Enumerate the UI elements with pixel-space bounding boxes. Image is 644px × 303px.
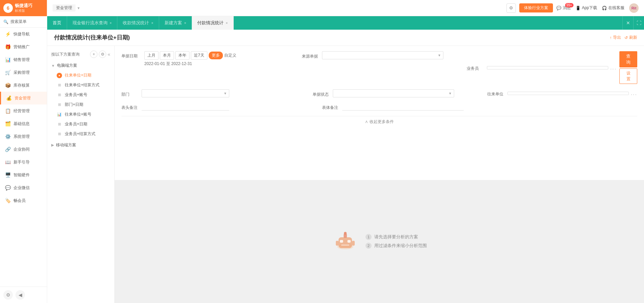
industry-button[interactable]: 体验行业方案 [519, 3, 553, 12]
sidebar-item-sales[interactable]: 📊 销售管理 [0, 53, 47, 66]
scheme-item-partner-settle[interactable]: ⊞ 往来单位+结算方式 [47, 80, 114, 90]
sidebar-item-label: 采购管理 [13, 70, 30, 75]
tab-receipt-stats-close[interactable]: × [151, 21, 153, 25]
sidebar-item-inventory[interactable]: 📦 库存核算 [0, 79, 47, 92]
tab-cash-flow-label: 现金银行流水查询 [72, 20, 108, 26]
messages-button[interactable]: 💬 消息 99+ [556, 5, 571, 11]
topbar-gear-button[interactable]: ⚙ [506, 3, 516, 13]
scheme-item-salesman-settle[interactable]: ⊞ 业务员+结算方式 [47, 129, 114, 139]
sidebar-item-label: 快捷导航 [13, 31, 30, 37]
tab-payment-stats[interactable]: 付款情况统计 × [192, 16, 233, 30]
scheme-item-salesman-account[interactable]: ⊞ 业务员+账号 [47, 90, 114, 100]
logo-icon: 6 [3, 3, 13, 13]
sidebar-item-label: 企业微信 [13, 185, 30, 191]
source-select[interactable]: ▾ [322, 51, 443, 59]
partner-more-button[interactable]: ... [631, 90, 637, 96]
scheme-item-partner-date[interactable]: ● 往来单位+日期 [47, 70, 114, 80]
messages-badge: 99+ [565, 3, 574, 7]
collapse-label: 收起更多条件 [370, 119, 394, 124]
collapse-icon: ∧ [365, 119, 368, 124]
tip-text-2: 用过滤条件来缩小分析范围 [374, 243, 427, 249]
salesman-select[interactable] [487, 66, 608, 69]
scheme-item-label-3: 部门+日期 [65, 102, 83, 108]
sidebar-item-quick-nav[interactable]: ⚡ 快捷导航 [0, 28, 47, 40]
app-download-button[interactable]: 📱 App下载 [576, 5, 597, 11]
settings-button[interactable]: 设置 [619, 68, 637, 84]
tab-payment-stats-close[interactable]: × [226, 21, 228, 25]
sidebar-item-label: 智能硬件 [13, 172, 30, 178]
filter-row-2: 部门 ▾ 单据状态 ▾ [121, 89, 637, 97]
date-7days[interactable]: 近7天 [191, 51, 207, 60]
tab-receipt-stats[interactable]: 收款情况统计 × [117, 16, 159, 30]
search-label: 搜索菜单 [10, 19, 27, 25]
app-icon: 📱 [576, 6, 581, 10]
salesman-filter-label: 业务员 [467, 64, 487, 71]
sidebar-item-purchase[interactable]: 🛒 采购管理 [0, 66, 47, 79]
salesman-filter: 业务员 ... 查询 设置 [467, 51, 637, 84]
scheme-desktop-group: ▼ 电脑端方案 ● 往来单位+日期 ⊞ 往来单位+结算方式 ⊞ 业务员+账号 [47, 61, 114, 139]
tab-new-plan-close[interactable]: × [184, 21, 186, 25]
window-maximize-button[interactable]: ⛶ [633, 16, 644, 30]
sidebar-item-capital[interactable]: 💰 资金管理 [0, 92, 47, 104]
tab-new-plan[interactable]: 新建方案 × [159, 16, 192, 30]
sidebar-item-wechat[interactable]: 💬 企业微信 [0, 181, 47, 194]
sidebar-nav: ⚡ 快捷导航 🎁 营销推广 📊 销售管理 🛒 采购管理 📦 库存核算 💰 资金管… [0, 28, 47, 286]
body-remark-label: 表体备注 [322, 103, 342, 111]
scheme-item-partner-account[interactable]: 📊 往来单位+账号 [47, 110, 114, 119]
refresh-button[interactable]: ↺ 刷新 [624, 35, 637, 40]
query-button[interactable]: 查询 [619, 51, 637, 67]
search-menu[interactable]: 🔍 搜索菜单 [0, 16, 47, 28]
sidebar-item-operations[interactable]: 📋 经营管理 [0, 104, 47, 117]
scheme-settings-button[interactable]: ⚙ [99, 51, 106, 58]
service-button[interactable]: 🎧 在线客服 [602, 5, 624, 11]
body-remark-input[interactable] [342, 103, 464, 111]
svg-rect-1 [339, 237, 352, 248]
tab-home[interactable]: 首页 [47, 16, 67, 30]
sidebar-item-guide[interactable]: 📖 新手引导 [0, 156, 47, 169]
scheme-item-salesman-date[interactable]: ⊞ 业务员+日期 [47, 119, 114, 129]
sidebar-item-label: 营销推广 [13, 44, 30, 50]
scheme-item-icon-4: 📊 [57, 112, 62, 117]
page-header: 付款情况统计(往来单位+日期) ↑ 导出 ↺ 刷新 [47, 30, 644, 46]
sidebar-item-enterprise[interactable]: 🔗 企业协同 [0, 143, 47, 156]
sidebar-item-marketing[interactable]: 🎁 营销推广 [0, 40, 47, 53]
breadcrumb-dropdown[interactable]: ▾ [78, 6, 80, 10]
sidebar-item-system[interactable]: ⚙️ 系统管理 [0, 130, 47, 143]
date-last-month[interactable]: 上月 [144, 51, 158, 60]
scheme-add-button[interactable]: + [90, 51, 97, 58]
date-this-year[interactable]: 本年 [175, 51, 189, 60]
partner-select[interactable] [507, 92, 629, 95]
scheme-group-header-mobile[interactable]: ▶ 移动端方案 [47, 140, 114, 150]
scheme-group-header-desktop[interactable]: ▼ 电脑端方案 [47, 61, 114, 70]
scheme-panel-title: 按以下方案查询 [51, 52, 80, 57]
empty-robot-icon [332, 228, 359, 255]
date-more[interactable]: 更多 [209, 52, 223, 59]
header-remark-input[interactable] [142, 103, 229, 111]
window-close-button[interactable]: ✕ [622, 16, 633, 30]
tab-home-label: 首页 [53, 20, 61, 26]
sidebar-item-basic[interactable]: 🗂️ 基础信息 [0, 117, 47, 130]
topbar-right: 💬 消息 99+ 📱 App下载 🎧 在线客服 Rit [556, 3, 639, 13]
export-button[interactable]: ↑ 导出 [610, 35, 621, 40]
scheme-collapse-button[interactable]: « [108, 52, 110, 57]
sidebar-settings-button[interactable]: ⚙ [3, 290, 13, 300]
service-icon: 🎧 [602, 6, 607, 10]
breadcrumb: 资金管理 ▾ [53, 4, 503, 11]
dept-select[interactable]: ▾ [142, 89, 229, 97]
tab-cash-flow[interactable]: 现金银行流水查询 × [67, 16, 117, 30]
collapse-bar[interactable]: ∧ 收起更多条件 [121, 116, 637, 127]
sidebar-collapse-button[interactable]: ◀ [16, 290, 25, 300]
sidebar-item-hardware[interactable]: 🖥️ 智能硬件 [0, 169, 47, 181]
scheme-item-icon-1: ⊞ [57, 83, 62, 88]
tab-cash-flow-close[interactable]: × [110, 21, 112, 25]
status-select[interactable]: ▾ [333, 89, 454, 97]
operations-icon: 📋 [5, 108, 11, 114]
date-this-month[interactable]: 本月 [160, 51, 174, 60]
avatar[interactable]: Rit [629, 3, 639, 13]
scheme-panel: 按以下方案查询 + ⚙ « ▼ 电脑端方案 ● [47, 46, 115, 303]
scheme-group-label-mobile: 移动端方案 [56, 142, 76, 148]
inventory-icon: 📦 [5, 82, 11, 88]
sidebar-item-member[interactable]: 🏷️ 畅会员 [0, 194, 47, 207]
salesman-more-button[interactable]: ... [610, 65, 617, 71]
scheme-item-dept-date[interactable]: ⊞ 部门+日期 [47, 100, 114, 110]
